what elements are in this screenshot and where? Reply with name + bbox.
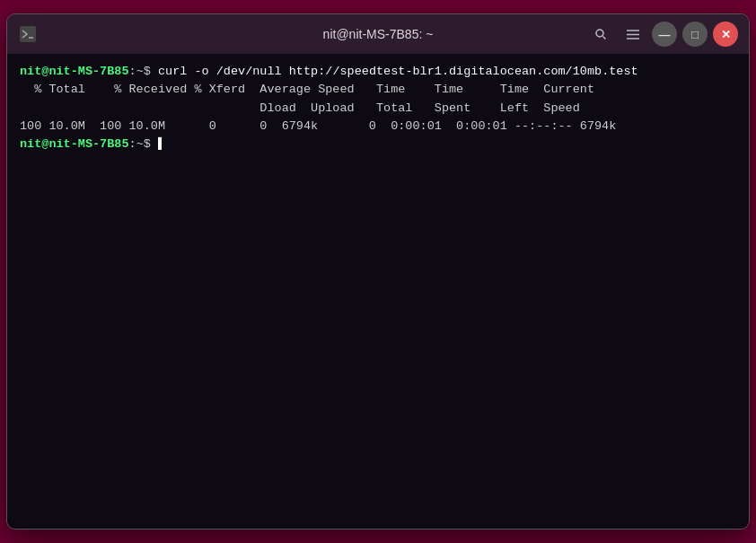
svg-point-2 <box>596 30 603 37</box>
prompt-user: nit@nit-MS-7B85 <box>20 65 129 78</box>
window-title: nit@nit-MS-7B85: ~ <box>323 27 434 41</box>
search-button[interactable] <box>587 21 614 48</box>
cursor-block: ▌ <box>151 137 165 151</box>
terminal-body[interactable]: nit@nit-MS-7B85:~$ curl -o /dev/null htt… <box>7 54 749 529</box>
prompt-sep: :~$ <box>129 65 151 78</box>
curl-header-2: Dload Upload Total Spent Left Speed <box>20 100 736 118</box>
command-line: nit@nit-MS-7B85:~$ curl -o /dev/null htt… <box>20 63 736 81</box>
menu-button[interactable] <box>620 21 646 48</box>
titlebar-left <box>18 24 38 44</box>
titlebar-controls: — □ ✕ <box>587 21 738 48</box>
curl-data-row: 100 10.0M 100 10.0M 0 0 6794k 0 0:00:01 … <box>20 118 736 136</box>
minimize-button[interactable]: — <box>652 22 677 47</box>
terminal-window: nit@nit-MS-7B85: ~ — □ ✕ n <box>6 13 750 530</box>
prompt-user-2: nit@nit-MS-7B85 <box>20 137 129 151</box>
prompt-line-2: nit@nit-MS-7B85:~$ ▌ <box>20 136 736 153</box>
titlebar: nit@nit-MS-7B85: ~ — □ ✕ <box>7 14 749 54</box>
prompt-sep-2: :~$ <box>129 137 151 151</box>
close-button[interactable]: ✕ <box>713 22 738 47</box>
maximize-button[interactable]: □ <box>682 22 708 47</box>
terminal-icon <box>18 24 38 44</box>
command-text: curl -o /dev/null http://speedtest-blr1.… <box>151 65 638 78</box>
curl-header-1: % Total % Received % Xferd Average Speed… <box>20 81 736 99</box>
svg-line-3 <box>603 37 606 39</box>
